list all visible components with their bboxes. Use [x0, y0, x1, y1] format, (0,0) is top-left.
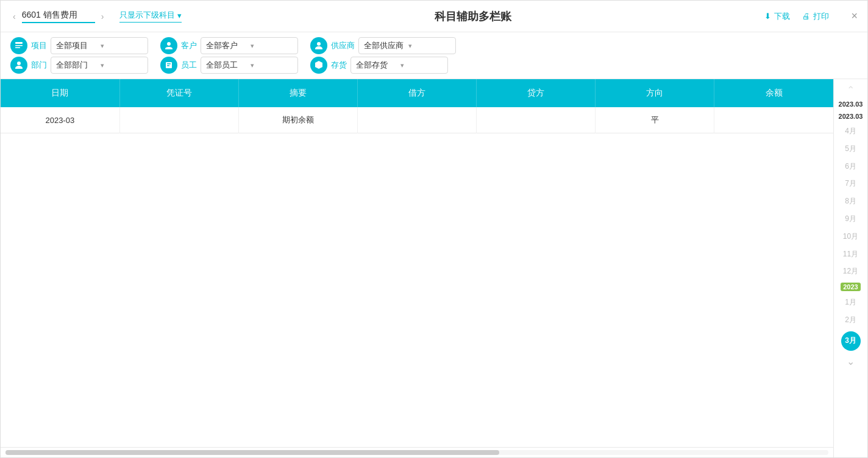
timeline-month-7[interactable]: 7月 — [834, 175, 867, 192]
svg-point-3 — [317, 42, 321, 46]
department-select-arrow: ▾ — [101, 62, 143, 69]
download-label: 下载 — [774, 11, 790, 22]
timeline-year-badge: 2023 — [841, 283, 860, 291]
department-icon — [10, 57, 27, 74]
department-select[interactable]: 全部部门 ▾ — [51, 57, 148, 74]
supplier-icon — [310, 37, 327, 54]
project-select[interactable]: 全部项目 ▾ — [51, 37, 148, 54]
filter-inventory-group: 存货 全部存货 ▾ — [310, 57, 448, 74]
supplier-select-arrow: ▾ — [408, 42, 450, 50]
col-summary: 摘要 — [238, 79, 357, 107]
employee-icon — [160, 57, 177, 74]
table-empty-space — [1, 133, 833, 447]
timeline-down-arrow[interactable]: ⌄ — [844, 353, 857, 370]
customer-icon — [160, 37, 177, 54]
scroll-bar-container — [1, 447, 833, 457]
page-title: 科目辅助多栏账 — [182, 9, 764, 24]
table-row: 2023-03 期初余额 平 — [1, 107, 833, 133]
timeline-month-1[interactable]: 1月 — [834, 294, 867, 311]
print-btn[interactable]: 🖨 打印 — [802, 11, 829, 22]
main-window: ‹ 6601 销售费用 › 只显示下级科目 ▾ 科目辅助多栏账 ⬇ 下载 🖨 打… — [0, 0, 868, 458]
employee-select-value: 全部员工 — [206, 60, 248, 71]
filter-supplier-group: 供应商 全部供应商 ▾ — [310, 37, 456, 54]
col-voucher: 凭证号 — [119, 79, 238, 107]
customer-select[interactable]: 全部客户 ▾ — [201, 37, 298, 54]
project-label: 项目 — [31, 40, 47, 51]
timeline-month-4[interactable]: 4月 — [834, 122, 867, 140]
timeline-header-1: 2023.03 — [838, 98, 864, 110]
timeline-month-5[interactable]: 5月 — [834, 140, 867, 158]
print-label: 打印 — [813, 11, 829, 22]
scroll-thumb — [5, 450, 499, 455]
svg-rect-2 — [15, 48, 20, 49]
col-credit: 贷方 — [477, 79, 596, 107]
cell-credit — [477, 107, 596, 133]
svg-point-4 — [17, 62, 21, 65]
employee-select[interactable]: 全部员工 ▾ — [201, 57, 298, 74]
show-sub-label: 只显示下级科目 — [119, 10, 175, 21]
project-select-arrow: ▾ — [101, 42, 143, 50]
cell-debit — [357, 107, 476, 133]
nav-prev-btn[interactable]: ‹ — [10, 10, 18, 23]
inventory-select-arrow: ▾ — [400, 62, 443, 69]
scroll-bar[interactable] — [5, 450, 828, 455]
print-icon: 🖨 — [802, 12, 810, 21]
cell-date: 2023-03 — [1, 107, 119, 133]
timeline-up-arrow[interactable]: ⌃ — [844, 82, 857, 98]
department-select-value: 全部部门 — [56, 60, 98, 71]
supplier-label: 供应商 — [331, 40, 355, 51]
inventory-label: 存货 — [331, 60, 347, 71]
timeline-month-11[interactable]: 11月 — [834, 245, 867, 263]
account-code-label: 6601 销售费用 — [22, 10, 95, 23]
department-label: 部门 — [31, 60, 47, 71]
filter-department-group: 部门 全部部门 ▾ — [10, 57, 148, 74]
project-icon — [10, 37, 27, 54]
supplier-select[interactable]: 全部供应商 ▾ — [358, 37, 456, 54]
col-date: 日期 — [1, 79, 119, 107]
timeline-month-9[interactable]: 9月 — [834, 210, 867, 228]
col-debit: 借方 — [357, 79, 476, 107]
cell-balance — [714, 107, 833, 133]
nav-next-btn[interactable]: › — [99, 10, 107, 23]
col-balance: 余额 — [714, 79, 833, 107]
timeline-month-12[interactable]: 12月 — [834, 262, 867, 280]
download-icon: ⬇ — [764, 12, 771, 21]
svg-rect-7 — [167, 65, 169, 66]
customer-select-arrow: ▾ — [251, 42, 293, 50]
filter-customer-group: 客户 全部客户 ▾ — [160, 37, 298, 54]
project-select-value: 全部项目 — [56, 40, 98, 51]
customer-label: 客户 — [181, 40, 197, 51]
filter-row-1: 项目 全部项目 ▾ 客户 全部客户 ▾ — [10, 37, 858, 54]
svg-rect-1 — [15, 45, 23, 46]
employee-select-arrow: ▾ — [251, 62, 293, 69]
inventory-select-value: 全部存货 — [356, 60, 398, 71]
filter-row-2: 部门 全部部门 ▾ 员工 全部员工 ▾ — [10, 57, 858, 74]
supplier-select-value: 全部供应商 — [364, 40, 406, 51]
main-area: 日期 凭证号 摘要 借方 贷方 方向 余额 2023-03 期初余额 — [1, 79, 867, 457]
table-header-row: 日期 凭证号 摘要 借方 贷方 方向 余额 — [1, 79, 833, 107]
table-area: 日期 凭证号 摘要 借方 贷方 方向 余额 2023-03 期初余额 — [1, 79, 833, 457]
timeline-sidebar: ⌃ 2023.03 2023.03 4月 5月 6月 7月 8月 9月 10月 … — [833, 79, 867, 457]
timeline-month-8[interactable]: 8月 — [834, 192, 867, 210]
employee-label: 员工 — [181, 60, 197, 71]
inventory-select[interactable]: 全部存货 ▾ — [350, 57, 448, 74]
svg-rect-6 — [167, 63, 171, 65]
timeline-month-2[interactable]: 2月 — [834, 311, 867, 329]
inventory-icon — [310, 57, 327, 74]
download-btn[interactable]: ⬇ 下载 — [764, 11, 790, 22]
show-sub-arrow-icon: ▾ — [177, 11, 182, 20]
filter-employee-group: 员工 全部员工 ▾ — [160, 57, 298, 74]
col-direction: 方向 — [596, 79, 714, 107]
header-left: ‹ 6601 销售费用 › 只显示下级科目 ▾ — [10, 10, 182, 23]
filter-section: 项目 全部项目 ▾ 客户 全部客户 ▾ — [1, 32, 867, 79]
show-sub-btn[interactable]: 只显示下级科目 ▾ — [119, 10, 182, 23]
data-table: 日期 凭证号 摘要 借方 贷方 方向 余额 2023-03 期初余额 — [1, 79, 833, 133]
cell-direction: 平 — [596, 107, 714, 133]
header-actions: ⬇ 下载 🖨 打印 × — [764, 10, 858, 23]
close-btn[interactable]: × — [851, 10, 858, 23]
timeline-month-6[interactable]: 6月 — [834, 158, 867, 175]
timeline-month-10[interactable]: 10月 — [834, 228, 867, 245]
timeline-month-3-active[interactable]: 3月 — [841, 331, 861, 351]
filter-project-group: 项目 全部项目 ▾ — [10, 37, 148, 54]
header-bar: ‹ 6601 销售费用 › 只显示下级科目 ▾ 科目辅助多栏账 ⬇ 下载 🖨 打… — [1, 1, 867, 32]
